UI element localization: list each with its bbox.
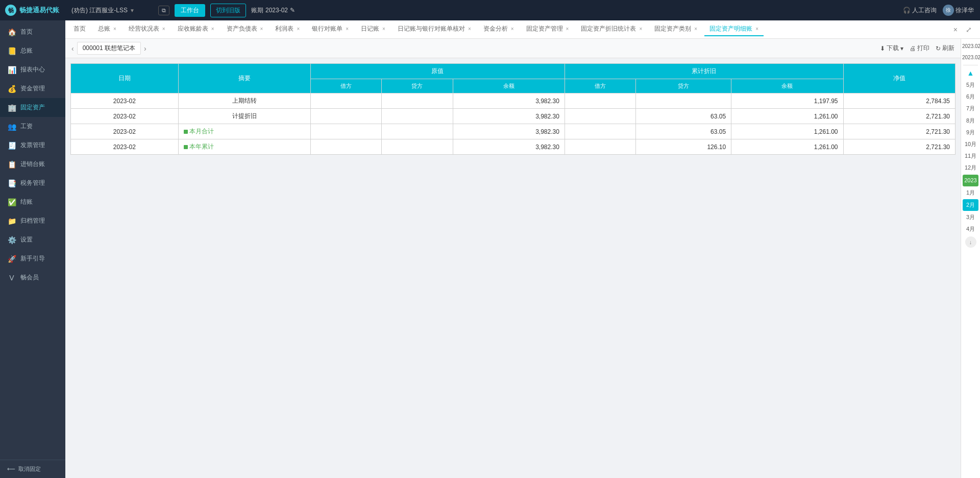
tab-fund-analysis[interactable]: 资金分析× [478,22,519,36]
sidebar-footer[interactable]: ⟵ 取消固定 [0,460,65,478]
nav-prev-button[interactable]: ‹ [71,44,74,53]
month-2022-12月[interactable]: 12月 [961,162,980,174]
tab-close-fund-analysis[interactable]: × [511,26,514,32]
month-2022-10月[interactable]: 10月 [961,138,980,150]
cell-depr-credit: 63.05 [636,124,731,139]
user-profile-button[interactable]: 徐 徐泽华 [943,5,974,16]
tab-fixed-detail[interactable]: 固定资产明细账× [704,22,764,36]
nav-next-button[interactable]: › [144,44,146,53]
sidebar-item-fixed-assets[interactable]: 🏢固定资产 [0,98,65,117]
scroll-up-button[interactable]: ▲ [966,67,975,79]
download-button[interactable]: ⬇ 下载 ▾ [880,44,903,53]
tab-label-fixed-depr-stat: 固定资产折旧统计表 [581,25,636,33]
sidebar-item-checkout[interactable]: ✅结账 [0,193,65,211]
tab-close-journal-bank[interactable]: × [468,26,471,32]
tab-close-bizstatus[interactable]: × [162,26,165,32]
tab-profit[interactable]: 利润表× [270,22,305,36]
tab-close-ledger[interactable]: × [113,26,116,32]
month-2022-5月[interactable]: 5月 [961,79,980,91]
cell-net-value: 2,721.30 [843,109,955,124]
customer-service-button[interactable]: 🎧 人工咨询 [903,6,937,15]
sidebar-item-sales-purchase[interactable]: 📋进销台账 [0,155,65,174]
cell-summary: 上期结转 [178,93,310,109]
col-header-original-value: 原值 [310,64,565,79]
cell-depr-balance: 1,261.00 [731,139,843,155]
app-name: 畅捷通易代账 [19,6,59,15]
expand-tabs-button[interactable]: ⤢ [964,25,974,35]
cell-depr-debit [565,93,635,109]
month-2022-7月[interactable]: 7月 [961,103,980,114]
sidebar-item-ledger[interactable]: 📒总账 [0,41,65,60]
tab-close-fixed-depr-stat[interactable]: × [639,26,642,32]
tab-journal-bank[interactable]: 日记账与银行对账单核对× [393,22,476,36]
topbar-right: 🎧 人工咨询 徐 徐泽华 [903,5,974,16]
scroll-down-button[interactable]: ↓ [965,236,976,248]
print-button[interactable]: 🖨 打印 [910,44,929,53]
tab-close-fixed-category[interactable]: × [694,26,697,32]
sidebar-item-settings[interactable]: ⚙️设置 [0,230,65,249]
tab-close-fixed-detail[interactable]: × [755,26,758,32]
tab-bank-stmt[interactable]: 银行对账单× [307,22,354,36]
sidebar-item-archive[interactable]: 📁归档管理 [0,211,65,230]
sidebar-label-tax: 税务管理 [20,179,45,187]
col-header-accumulated-depr: 累计折旧 [565,64,843,79]
tab-close-journal[interactable]: × [382,26,385,32]
topbar: (劝告) 江西服业-LSS ▼ ⧉ 工作台 切到旧版 账期 2023-02 ✎ … [65,0,980,20]
cell-date: 2023-02 [71,93,179,109]
company-selector[interactable]: (劝告) 江西服业-LSS ▼ [71,6,153,15]
tab-label-receivable: 应收账龄表 [178,25,208,33]
tab-assets-liab[interactable]: 资产负债表× [222,22,268,36]
tab-fixed-depr-stat[interactable]: 固定资产折旧统计表× [576,22,647,36]
sidebar-item-payroll[interactable]: 👥工资 [0,117,65,136]
month-2023-2月[interactable]: 2月 [963,199,978,211]
period-selector[interactable]: 账期 2023-02 ✎ [251,6,295,15]
close-all-tabs-button[interactable]: × [951,25,960,35]
tab-receivable[interactable]: 应收账龄表× [173,22,219,36]
tab-journal[interactable]: 日记账× [356,22,390,36]
tab-fixed-mgmt[interactable]: 固定资产管理× [521,22,574,36]
switch-version-button[interactable]: 切到旧版 [210,4,246,17]
sidebar-item-fund[interactable]: 💰资金管理 [0,79,65,98]
tab-close-receivable[interactable]: × [211,26,214,32]
month-2022-6月[interactable]: 6月 [961,91,980,103]
tab-ledger[interactable]: 总账× [93,22,121,36]
refresh-button[interactable]: ↻ 刷新 [936,44,954,53]
username-label: 徐泽华 [955,6,974,15]
workbench-button[interactable]: 工作台 [175,4,205,17]
tab-label-fund-analysis: 资金分析 [483,25,508,33]
tab-home[interactable]: 首页 [68,22,91,36]
tab-bizstatus[interactable]: 经营状况表× [124,22,170,36]
month-2023-1月[interactable]: 1月 [961,187,980,199]
month-2023-3月[interactable]: 3月 [961,211,980,223]
tab-close-profit[interactable]: × [297,26,300,32]
tax-nav-icon: 📑 [7,179,16,187]
sidebar-item-invoice[interactable]: 🧾发票管理 [0,136,65,155]
refresh-icon: ↻ [936,45,941,52]
year-2023-label[interactable]: 2023 [963,175,978,186]
sidebar-item-reports[interactable]: 📊报表中心 [0,60,65,79]
month-2022-8月[interactable]: 8月 [961,115,980,127]
tab-fixed-category[interactable]: 固定资产类别× [649,22,702,36]
month-2023-4月[interactable]: 4月 [961,223,980,235]
tab-label-fixed-category: 固定资产类别 [654,25,691,33]
copy-company-button[interactable]: ⧉ [158,6,169,15]
month-2022-9月[interactable]: 9月 [961,127,980,138]
period-ref-1[interactable]: 2023.02 [961,52,980,63]
cell-depr-credit: 126.10 [636,139,731,155]
right-panel: 2023.022023.02▲5月6月7月8月9月10月11月12月20231月… [961,39,980,478]
sidebar-item-tax[interactable]: 📑税务管理 [0,174,65,193]
sidebar-item-home[interactable]: 🏠首页 [0,22,65,41]
tab-close-fixed-mgmt[interactable]: × [566,26,569,32]
month-2022-11月[interactable]: 11月 [961,150,980,162]
tab-label-journal: 日记账 [361,25,379,33]
fixed-assets-nav-icon: 🏢 [7,104,16,112]
period-ref-0[interactable]: 2023.02 [961,41,980,52]
member-nav-icon: V [7,274,16,282]
cell-depr-debit [565,139,635,155]
sidebar-item-guide[interactable]: 🚀新手引导 [0,249,65,268]
sidebar-item-member[interactable]: V畅会员 [0,268,65,287]
tab-close-assets-liab[interactable]: × [260,26,263,32]
print-icon: 🖨 [910,45,916,52]
fixed-asset-detail-table: 日期 摘要 原值 累计折旧 净值 借方 贷方 余额 借方 贷方 余额 [70,63,955,155]
tab-close-bank-stmt[interactable]: × [346,26,349,32]
